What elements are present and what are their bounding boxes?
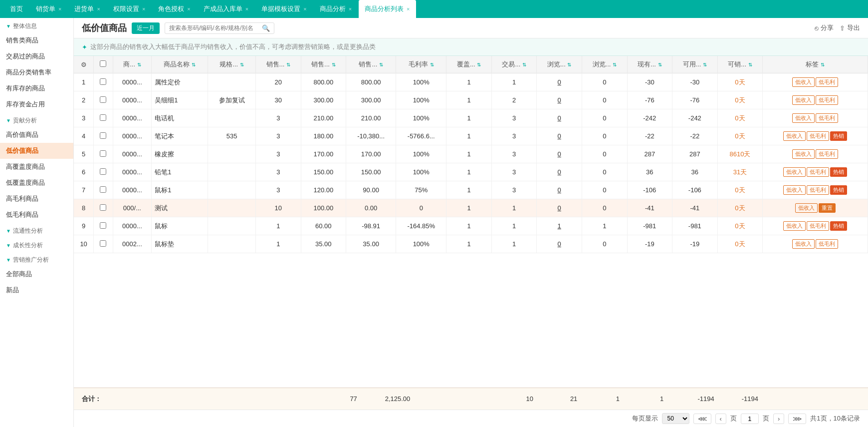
- nav-item-商品分析列表[interactable]: 商品分析列表×: [359, 0, 416, 18]
- page-input[interactable]: [741, 414, 759, 424]
- sidebar-item-低价值商品[interactable]: 低价值商品: [0, 143, 73, 159]
- cell-checkbox-2[interactable]: [94, 109, 113, 127]
- period-button[interactable]: 近一月: [132, 22, 160, 34]
- view1-link-7[interactable]: 0: [558, 204, 561, 212]
- col-header-name[interactable]: 商品名称 ⇅: [152, 56, 208, 73]
- view1-link-2[interactable]: 0: [558, 114, 561, 122]
- sidebar-item-商品分类销售率[interactable]: 商品分类销售率: [0, 64, 73, 80]
- col-header-sales_amt[interactable]: 销售... ⇅: [301, 56, 346, 73]
- view1-link-6[interactable]: 0: [558, 186, 561, 194]
- page-label2: 页: [763, 414, 769, 423]
- col-header-tags[interactable]: 标签 ⇅: [763, 56, 868, 73]
- cell-code-9: 0002...: [113, 235, 152, 253]
- sidebar-item-高毛利商品[interactable]: 高毛利商品: [0, 191, 73, 207]
- col-header-code[interactable]: 商... ⇅: [113, 56, 152, 73]
- nav-close-icon[interactable]: ×: [245, 6, 248, 12]
- cell-checkbox-0[interactable]: [94, 73, 113, 91]
- table-wrapper: ⚙商... ⇅商品名称 ⇅规格... ⇅销售... ⇅销售... ⇅销售... …: [74, 56, 868, 388]
- col-header-coverage[interactable]: 覆盖... ⇅: [446, 56, 492, 73]
- view1-link-9[interactable]: 0: [558, 240, 561, 248]
- nav-item-权限设置[interactable]: 权限设置×: [107, 0, 151, 18]
- per-page-select[interactable]: 50 100: [662, 413, 689, 424]
- sort-icon-tags: ⇅: [821, 62, 825, 67]
- view1-link-0[interactable]: 0: [558, 78, 561, 86]
- col-header-sellable[interactable]: 可销... ⇅: [717, 56, 763, 73]
- cell-num-5: 6: [74, 163, 94, 181]
- cell-checkbox-3[interactable]: [94, 127, 113, 145]
- view1-link-4[interactable]: 0: [558, 150, 561, 158]
- cell-checkbox-1[interactable]: [94, 91, 113, 109]
- cell-num-7: 8: [74, 199, 94, 217]
- cell-coverage-9: 1: [446, 235, 492, 253]
- view1-link-8[interactable]: 1: [558, 222, 561, 230]
- nav-item-商品分析[interactable]: 商品分析×: [314, 0, 358, 18]
- nav-close-icon[interactable]: ×: [97, 6, 100, 12]
- cell-qty-6: 3: [255, 181, 301, 199]
- cell-num-4: 5: [74, 145, 94, 163]
- sidebar-item-低覆盖度商品[interactable]: 低覆盖度商品: [0, 175, 73, 191]
- sidebar-group-营销推广分析[interactable]: ▼ 营销推广分析: [0, 252, 73, 266]
- col-header-spec[interactable]: 规格... ⇅: [208, 56, 256, 73]
- nav-close-icon[interactable]: ×: [58, 6, 61, 12]
- cell-checkbox-6[interactable]: [94, 181, 113, 199]
- cell-coverage-7: 1: [446, 199, 492, 217]
- sidebar-item-交易过的商品[interactable]: 交易过的商品: [0, 48, 73, 64]
- sidebar-item-高覆盖度商品[interactable]: 高覆盖度商品: [0, 159, 73, 175]
- next-page-button[interactable]: ›: [773, 414, 784, 424]
- nav-item-销货单[interactable]: 销货单×: [30, 0, 67, 18]
- view1-link-3[interactable]: 0: [558, 132, 561, 140]
- sidebar-item-高价值商品[interactable]: 高价值商品: [0, 127, 73, 143]
- nav-close-icon[interactable]: ×: [407, 6, 410, 12]
- cell-checkbox-9[interactable]: [94, 235, 113, 253]
- search-box[interactable]: 🔍: [165, 22, 274, 34]
- nav-close-icon[interactable]: ×: [349, 6, 352, 12]
- nav-close-icon[interactable]: ×: [142, 6, 145, 12]
- sidebar-item-库存资金占用[interactable]: 库存资金占用: [0, 96, 73, 112]
- col-header-view1[interactable]: 浏览... ⇅: [537, 56, 582, 73]
- cell-sellable-3: 0天: [717, 127, 763, 145]
- nav-item-角色授权[interactable]: 角色授权×: [152, 0, 196, 18]
- sidebar-item-销售类商品[interactable]: 销售类商品: [0, 32, 73, 48]
- cell-code-3: 0000...: [113, 127, 152, 145]
- view1-link-5[interactable]: 0: [558, 168, 561, 176]
- nav-close-icon[interactable]: ×: [303, 6, 306, 12]
- cell-checkbox-5[interactable]: [94, 163, 113, 181]
- cell-checkbox-4[interactable]: [94, 145, 113, 163]
- sidebar-group-成长性分析[interactable]: ▼ 成长性分析: [0, 237, 73, 252]
- col-header-sales_qty[interactable]: 销售... ⇅: [255, 56, 301, 73]
- col-header-avail_stock[interactable]: 可用... ⇅: [672, 56, 718, 73]
- prev-page-button[interactable]: ‹: [715, 414, 726, 424]
- export-button[interactable]: ⇧ 导出: [840, 23, 860, 32]
- cell-checkbox-8[interactable]: [94, 217, 113, 235]
- nav-item-产成品入库单[interactable]: 产成品入库单×: [198, 0, 254, 18]
- sidebar-item-新品[interactable]: 新品: [0, 282, 73, 298]
- col-header-trade[interactable]: 交易... ⇅: [491, 56, 537, 73]
- sidebar-group-流通性分析[interactable]: ▼ 流通性分析: [0, 223, 73, 237]
- share-button[interactable]: ⎋ 分享: [815, 23, 834, 32]
- cell-num-6: 7: [74, 181, 94, 199]
- nav-item-单据模板设置[interactable]: 单据模板设置×: [255, 0, 312, 18]
- pagination-bar: 每页显示 50 100 ⋘ ‹ 页 页 › ⋙ 共1页，10条记录: [74, 410, 868, 427]
- nav-item-进货单[interactable]: 进货单×: [68, 0, 106, 18]
- col-header-sales_cost[interactable]: 销售... ⇅: [346, 56, 396, 73]
- sidebar-item-全部商品[interactable]: 全部商品: [0, 266, 73, 282]
- col-header-current_stock[interactable]: 现有... ⇅: [627, 56, 672, 73]
- last-page-button[interactable]: ⋙: [788, 414, 806, 424]
- sidebar-group-整体信息[interactable]: ▼ 整体信息: [0, 18, 73, 32]
- sidebar-item-有库存的商品[interactable]: 有库存的商品: [0, 80, 73, 96]
- cell-view1-8[interactable]: 1: [537, 217, 582, 235]
- nav-close-icon[interactable]: ×: [187, 6, 190, 12]
- cell-checkbox-7[interactable]: [94, 199, 113, 217]
- sidebar-group-贡献分析[interactable]: ▼ 贡献分析: [0, 112, 73, 127]
- footer-cell-trade: 21: [552, 395, 596, 403]
- first-page-button[interactable]: ⋘: [693, 414, 711, 424]
- cell-name-1: 吴细细1: [152, 91, 208, 109]
- view1-link-1[interactable]: 0: [558, 96, 561, 104]
- search-input[interactable]: [169, 24, 260, 31]
- col-header-gross_margin[interactable]: 毛利率 ⇅: [396, 56, 446, 73]
- nav-item-首页[interactable]: 首页: [4, 0, 29, 18]
- search-icon: 🔍: [262, 24, 270, 32]
- sidebar-item-低毛利商品[interactable]: 低毛利商品: [0, 207, 73, 223]
- select-all-checkbox[interactable]: [100, 60, 106, 67]
- col-header-view2[interactable]: 浏览... ⇅: [582, 56, 627, 73]
